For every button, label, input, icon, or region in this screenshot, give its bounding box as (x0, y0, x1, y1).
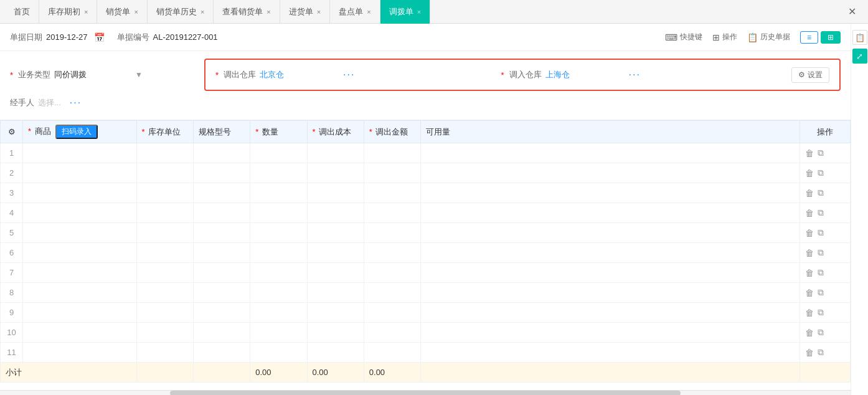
handler-more[interactable]: ··· (70, 97, 82, 108)
row-qty-6[interactable] (250, 243, 307, 263)
row-spec-9[interactable] (193, 303, 250, 323)
row-product-9[interactable] (23, 303, 137, 323)
delete-icon-4[interactable]: 🗑 (805, 208, 814, 218)
row-amount-4[interactable] (364, 203, 420, 223)
th-gear[interactable]: ⚙ (1, 121, 23, 143)
row-unit-1[interactable] (136, 143, 193, 163)
copy-icon-8[interactable]: ⧉ (818, 287, 824, 298)
row-cost-5[interactable] (307, 223, 364, 243)
row-cost-10[interactable] (307, 323, 364, 343)
row-unit-4[interactable] (136, 203, 193, 223)
row-qty-2[interactable] (250, 163, 307, 183)
tab-transfer-close[interactable]: × (417, 8, 421, 16)
row-cost-4[interactable] (307, 203, 364, 223)
tab-inventory-init[interactable]: 库存期初 × (39, 0, 97, 24)
calendar-icon[interactable]: 📅 (94, 32, 105, 42)
horizontal-scrollbar[interactable] (0, 390, 851, 395)
tab-stocktake[interactable]: 盘点单 × (330, 0, 380, 24)
row-spec-10[interactable] (193, 323, 250, 343)
gear-icon[interactable]: ⚙ (8, 127, 16, 136)
row-qty-4[interactable] (250, 203, 307, 223)
tab-transfer[interactable]: 调拨单 × (380, 0, 430, 24)
row-amount-5[interactable] (364, 223, 420, 243)
business-dropdown-icon[interactable]: ▼ (135, 70, 143, 79)
right-panel-expand-button[interactable]: ⤢ (852, 49, 867, 64)
row-available-5[interactable] (421, 223, 800, 243)
copy-icon-1[interactable]: ⧉ (818, 148, 824, 158)
row-spec-1[interactable] (193, 143, 250, 163)
delete-icon-5[interactable]: 🗑 (805, 228, 814, 238)
row-spec-4[interactable] (193, 203, 250, 223)
row-available-11[interactable] (421, 343, 800, 363)
row-qty-3[interactable] (250, 183, 307, 203)
row-spec-11[interactable] (193, 343, 250, 363)
copy-icon-9[interactable]: ⧉ (818, 307, 824, 318)
row-product-7[interactable] (23, 263, 137, 283)
row-spec-2[interactable] (193, 163, 250, 183)
row-available-6[interactable] (421, 243, 800, 263)
row-qty-1[interactable] (250, 143, 307, 163)
tab-stocktake-close[interactable]: × (367, 8, 370, 16)
delete-icon-6[interactable]: 🗑 (805, 248, 814, 258)
row-qty-11[interactable] (250, 343, 307, 363)
row-available-10[interactable] (421, 323, 800, 343)
copy-icon-11[interactable]: ⧉ (818, 347, 824, 358)
row-spec-6[interactable] (193, 243, 250, 263)
row-spec-5[interactable] (193, 223, 250, 243)
tab-view-sales[interactable]: 查看销货单 × (214, 0, 280, 24)
tab-sales[interactable]: 销货单 × (97, 0, 147, 24)
row-available-9[interactable] (421, 303, 800, 323)
operations-button[interactable]: ⊞ 操作 (712, 32, 737, 42)
row-product-3[interactable] (23, 183, 137, 203)
row-amount-7[interactable] (364, 263, 420, 283)
row-unit-5[interactable] (136, 223, 193, 243)
delete-icon-2[interactable]: 🗑 (805, 168, 814, 178)
row-cost-11[interactable] (307, 343, 364, 363)
row-product-1[interactable] (23, 143, 137, 163)
delete-icon-3[interactable]: 🗑 (805, 188, 814, 198)
row-cost-6[interactable] (307, 243, 364, 263)
handler-placeholder[interactable]: 选择... (38, 97, 61, 108)
window-close-button[interactable]: ✕ (841, 0, 863, 24)
settings-button[interactable]: ⚙ 设置 (791, 67, 829, 83)
row-unit-10[interactable] (136, 323, 193, 343)
out-warehouse-value[interactable]: 北京仓 (260, 69, 334, 80)
tab-sales-history-close[interactable]: × (200, 8, 204, 16)
tab-home[interactable]: 首页 (5, 0, 39, 24)
shortcuts-button[interactable]: ⌨ 快捷键 (665, 32, 702, 42)
layout-grid-button[interactable]: ⊞ (821, 31, 841, 44)
row-cost-9[interactable] (307, 303, 364, 323)
layout-list-button[interactable]: ≡ (800, 31, 818, 44)
right-panel-doc-button[interactable]: 📋 (852, 30, 867, 45)
delete-icon-10[interactable]: 🗑 (805, 328, 814, 338)
tab-sales-close[interactable]: × (134, 8, 138, 16)
tab-purchase[interactable]: 进货单 × (280, 0, 330, 24)
row-cost-8[interactable] (307, 283, 364, 303)
tab-sales-history[interactable]: 销货单历史 × (148, 0, 214, 24)
row-qty-10[interactable] (250, 323, 307, 343)
scan-button[interactable]: 扫码录入 (55, 125, 98, 139)
row-available-7[interactable] (421, 263, 800, 283)
row-cost-7[interactable] (307, 263, 364, 283)
tab-purchase-close[interactable]: × (317, 8, 321, 16)
row-qty-5[interactable] (250, 223, 307, 243)
row-cost-3[interactable] (307, 183, 364, 203)
copy-icon-10[interactable]: ⧉ (818, 327, 824, 338)
row-available-1[interactable] (421, 143, 800, 163)
row-amount-9[interactable] (364, 303, 420, 323)
delete-icon-9[interactable]: 🗑 (805, 308, 814, 318)
row-product-11[interactable] (23, 343, 137, 363)
scrollbar-thumb[interactable] (170, 391, 681, 395)
row-unit-2[interactable] (136, 163, 193, 183)
row-product-2[interactable] (23, 163, 137, 183)
row-amount-1[interactable] (364, 143, 420, 163)
row-available-2[interactable] (421, 163, 800, 183)
copy-icon-7[interactable]: ⧉ (818, 267, 824, 278)
copy-icon-2[interactable]: ⧉ (818, 168, 824, 178)
copy-icon-5[interactable]: ⧉ (818, 227, 824, 238)
tab-inventory-init-close[interactable]: × (84, 8, 88, 16)
row-amount-11[interactable] (364, 343, 420, 363)
row-available-3[interactable] (421, 183, 800, 203)
row-spec-7[interactable] (193, 263, 250, 283)
row-cost-1[interactable] (307, 143, 364, 163)
